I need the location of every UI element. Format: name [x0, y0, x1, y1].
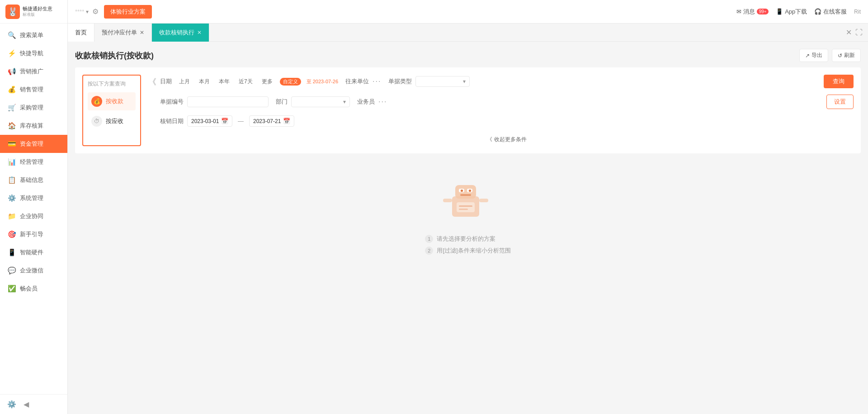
department-label: 部门 [276, 98, 288, 106]
sidebar-item-sales[interactable]: 💰 销售管理 [0, 81, 67, 99]
refresh-button[interactable]: ↺ 刷新 [832, 49, 861, 62]
inventory-label: 库存核算 [20, 122, 43, 130]
logo-name: 畅捷通好生意 [23, 5, 52, 12]
settings-button[interactable]: 设置 [826, 95, 854, 109]
sidebar-item-wechat[interactable]: 💬 企业微信 [0, 262, 67, 280]
collapse-sidebar-icon[interactable]: ◀ [24, 400, 29, 409]
collapse-chevron-icon: 《 [487, 136, 492, 143]
custom-tag: 自定义 [280, 78, 301, 86]
sidebar-item-finance[interactable]: 💳 资金管理 [0, 135, 67, 153]
refresh-icon: ↺ [838, 52, 842, 59]
tabs-bar: 首页 预付冲应付单 ✕ 收款核销执行 ✕ ✕ ⛶ [68, 24, 868, 42]
sidebar-item-purchase[interactable]: 🛒 采购管理 [0, 99, 67, 117]
filter-sidebar-title: 按以下方案查询 [88, 80, 136, 88]
app-download-button[interactable]: 📱 App下载 [776, 8, 807, 16]
svg-rect-4 [461, 190, 463, 192]
empty-steps: 1 请先选择要分析的方案 2 用[过滤]条件来缩小分析范围 [425, 235, 510, 258]
sidebar-item-basic-info[interactable]: 📋 基础信息 [0, 171, 67, 189]
svg-rect-1 [455, 185, 476, 199]
basic-info-label: 基础信息 [20, 176, 43, 184]
filter-form: 日期 上月 本月 本年 近7天 更多 自定义 至 2023-07-26 往来单位 [160, 75, 854, 146]
sidebar-item-enterprise[interactable]: 📁 企业协同 [0, 207, 67, 225]
chevron-down-icon[interactable]: ▾ [86, 9, 89, 15]
sidebar-item-inventory[interactable]: 🏠 库存核算 [0, 117, 67, 135]
by-collection-label: 按收款 [106, 97, 123, 105]
verification-date-start-value: 2023-03-01 [191, 118, 219, 124]
date-btn-this-year[interactable]: 本年 [215, 77, 233, 86]
by-receivable-icon: ⏱ [91, 116, 102, 127]
verification-date-end-input[interactable]: 2023-07-21 📅 [249, 115, 294, 127]
date-separator: — [236, 118, 245, 124]
wechat-icon: 💬 [7, 266, 16, 275]
online-service-button[interactable]: 🎧 在线客服 [814, 8, 847, 16]
user-info[interactable]: Rit [854, 9, 861, 15]
date-btn-this-month[interactable]: 本月 [195, 77, 213, 86]
department-field: 部门 ▾ [276, 96, 350, 107]
settings-icon[interactable]: ⚙️ [7, 400, 16, 409]
close-tab-icon[interactable]: ✕ [846, 28, 852, 37]
tabs-actions: ✕ ⛶ [840, 28, 868, 37]
empty-step-1: 1 请先选择要分析的方案 [425, 235, 510, 243]
department-select[interactable]: ▾ [291, 96, 350, 107]
service-icon: 🎧 [814, 8, 821, 15]
vip-icon: ✅ [7, 284, 16, 293]
smart-hw-icon: 📱 [7, 248, 16, 257]
date-btn-more[interactable]: 更多 [258, 77, 276, 86]
sidebar-item-quick-nav[interactable]: ⚡ 快捷导航 [0, 44, 67, 62]
export-button[interactable]: ↗ 导出 [799, 49, 828, 62]
partner-input[interactable]: ··· [373, 77, 381, 86]
svg-rect-6 [460, 194, 471, 196]
verification-date-end-value: 2023-07-21 [253, 118, 281, 124]
empty-state: 1 请先选择要分析的方案 2 用[过滤]条件来缩小分析范围 [75, 153, 861, 286]
empty-illustration [441, 181, 495, 226]
collapse-filter-icon[interactable]: 《 [148, 76, 156, 87]
marketing-icon: 📢 [7, 67, 16, 76]
finance-icon: 💳 [7, 139, 16, 148]
cal-end-icon: 📅 [283, 118, 290, 124]
query-button[interactable]: 查询 [824, 75, 854, 88]
collapse-more-button[interactable]: 《 收起更多条件 [160, 133, 854, 146]
svg-rect-10 [459, 205, 472, 207]
basic-info-icon: 📋 [7, 176, 16, 185]
messages-button[interactable]: ✉ 消息 99+ [736, 8, 769, 16]
sidebar-item-marketing[interactable]: 📢 营销推广 [0, 62, 67, 81]
solution-button[interactable]: 体验行业方案 [104, 5, 152, 19]
filter-row-1: 日期 上月 本月 本年 近7天 更多 自定义 至 2023-07-26 往来单位 [160, 75, 854, 88]
message-badge: 99+ [757, 9, 769, 14]
topbar-left: **** ▾ ⚙ 体验行业方案 [75, 5, 736, 19]
doc-number-input[interactable] [187, 96, 269, 107]
filter-row-3: 核销日期 2023-03-01 📅 — 2023-07-21 📅 [160, 115, 854, 127]
sidebar-item-search-menu[interactable]: 🔍 搜索菜单 [0, 26, 67, 44]
employee-input[interactable]: ··· [378, 98, 387, 106]
enterprise-icon: 📁 [7, 212, 16, 221]
maximize-tab-icon[interactable]: ⛶ [855, 29, 863, 37]
tab-collection-offset[interactable]: 收款核销执行 ✕ [152, 24, 209, 42]
filter-option-by-collection[interactable]: 💰 按收款 [88, 92, 136, 110]
tab-prepay-offset[interactable]: 预付冲应付单 ✕ [94, 24, 152, 42]
main-content: **** ▾ ⚙ 体验行业方案 ✉ 消息 99+ 📱 App下载 🎧 在线客服 … [68, 0, 868, 414]
marketing-label: 营销推广 [20, 67, 43, 76]
sidebar-item-vip[interactable]: ✅ 畅会员 [0, 280, 67, 298]
collection-tab-close-icon[interactable]: ✕ [197, 29, 202, 36]
sidebar-item-system[interactable]: ⚙️ 系统管理 [0, 189, 67, 207]
partner-field: 往来单位 ··· [345, 77, 381, 86]
sidebar-item-operations[interactable]: 📊 经营管理 [0, 153, 67, 171]
doc-type-select[interactable]: ▾ [415, 76, 470, 87]
doc-type-label: 单据类型 [388, 77, 412, 86]
prepay-tab-label: 预付冲应付单 [102, 29, 137, 37]
verification-date-start-input[interactable]: 2023-03-01 📅 [187, 115, 232, 127]
date-btn-7days[interactable]: 近7天 [235, 77, 256, 86]
sidebar-item-smart-hw[interactable]: 📱 智能硬件 [0, 243, 67, 262]
sidebar-item-guide[interactable]: 🎯 新手引导 [0, 225, 67, 243]
system-icon: ⚙️ [7, 194, 16, 203]
step-2-number: 2 [425, 247, 433, 255]
vip-label: 畅会员 [20, 285, 38, 293]
svg-rect-11 [459, 209, 468, 210]
employee-label: 业务员 [357, 98, 375, 106]
prepay-tab-close-icon[interactable]: ✕ [140, 29, 144, 36]
tab-home[interactable]: 首页 [68, 24, 94, 42]
topbar-gear-icon[interactable]: ⚙ [92, 7, 99, 16]
filter-option-by-receivable[interactable]: ⏱ 按应收 [88, 112, 136, 130]
date-quick-options: 上月 本月 本年 近7天 更多 自定义 [175, 77, 301, 86]
date-btn-last-month[interactable]: 上月 [175, 77, 193, 86]
